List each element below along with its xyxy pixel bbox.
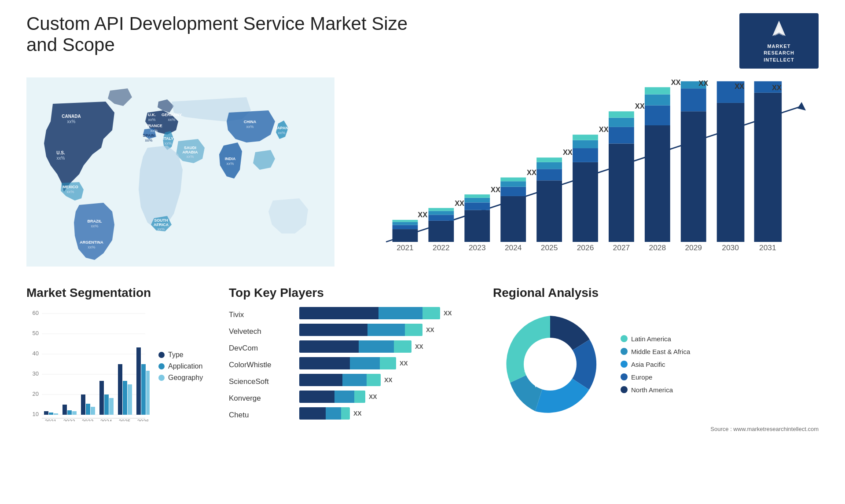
svg-text:GERMANY: GERMANY bbox=[162, 113, 182, 117]
source-text: Source : www.marketresearchintellect.com bbox=[493, 426, 819, 432]
svg-rect-81 bbox=[645, 95, 670, 106]
svg-text:2029: 2029 bbox=[685, 243, 702, 252]
header: Custom API Development Service Market Si… bbox=[26, 13, 819, 69]
svg-rect-115 bbox=[67, 410, 72, 415]
svg-rect-64 bbox=[536, 157, 562, 162]
player-name-4: ScienceSoft bbox=[229, 377, 286, 386]
player-bar-chetu: XX bbox=[299, 407, 475, 420]
svg-text:XX: XX bbox=[635, 102, 645, 110]
svg-text:ITALY: ITALY bbox=[163, 136, 174, 141]
svg-rect-52 bbox=[464, 194, 490, 198]
svg-text:U.S.: U.S. bbox=[56, 150, 65, 155]
player-name-1: Velvetech bbox=[229, 327, 286, 336]
players-section: Top Key Players Tivix Velvetech DevCom C… bbox=[229, 286, 475, 432]
players-list: Tivix Velvetech DevCom ColorWhistle Scie… bbox=[229, 307, 475, 420]
svg-rect-116 bbox=[72, 411, 77, 415]
svg-rect-69 bbox=[573, 140, 598, 148]
svg-rect-38 bbox=[393, 225, 418, 230]
svg-rect-128 bbox=[146, 371, 150, 415]
svg-rect-46 bbox=[428, 208, 454, 211]
svg-text:SPAIN: SPAIN bbox=[143, 133, 155, 138]
svg-text:2023: 2023 bbox=[82, 419, 94, 421]
svg-text:2025: 2025 bbox=[119, 419, 131, 421]
legend-item-type: Type bbox=[158, 351, 203, 359]
svg-rect-82 bbox=[645, 87, 670, 94]
svg-text:XX: XX bbox=[599, 126, 609, 134]
svg-text:xx%: xx% bbox=[145, 138, 152, 142]
svg-rect-114 bbox=[62, 405, 67, 415]
segmentation-legend: Type Application Geography bbox=[158, 351, 203, 382]
svg-rect-67 bbox=[573, 162, 598, 242]
svg-text:40: 40 bbox=[33, 350, 39, 357]
segmentation-section: Market Segmentation 60 50 40 30 20 10 bbox=[26, 286, 211, 432]
svg-text:XX: XX bbox=[563, 149, 573, 157]
svg-rect-118 bbox=[86, 404, 90, 415]
svg-rect-76 bbox=[609, 111, 634, 117]
svg-rect-62 bbox=[536, 169, 562, 180]
svg-text:2024: 2024 bbox=[505, 243, 522, 252]
svg-rect-50 bbox=[464, 203, 490, 210]
player-names: Tivix Velvetech DevCom ColorWhistle Scie… bbox=[229, 307, 286, 420]
player-bar-devcom: XX bbox=[299, 340, 475, 353]
bar-chart-svg: 2021 XX 2022 XX 2023 XX bbox=[352, 77, 819, 267]
svg-rect-56 bbox=[500, 187, 526, 196]
svg-text:xx%: xx% bbox=[88, 245, 95, 249]
svg-text:xx%: xx% bbox=[278, 131, 285, 135]
page-title: Custom API Development Service Market Si… bbox=[26, 13, 422, 55]
legend-latin-america: Latin America bbox=[621, 335, 690, 343]
legend-europe: Europe bbox=[621, 373, 690, 381]
page-wrapper: Custom API Development Service Market Si… bbox=[0, 0, 845, 504]
svg-rect-79 bbox=[645, 125, 670, 242]
svg-text:CANADA: CANADA bbox=[62, 114, 81, 119]
world-map-container: CANADA xx% U.S. xx% MEXICO xx% BRAZIL xx… bbox=[26, 77, 334, 267]
svg-rect-44 bbox=[428, 215, 454, 220]
svg-text:2023: 2023 bbox=[469, 243, 486, 252]
player-name-6: Chetu bbox=[229, 411, 286, 420]
svg-rect-89 bbox=[717, 103, 745, 242]
svg-rect-74 bbox=[609, 127, 634, 144]
svg-rect-80 bbox=[645, 106, 670, 125]
svg-rect-55 bbox=[500, 196, 526, 242]
svg-text:xx%: xx% bbox=[157, 227, 165, 231]
logo-area: MARKET RESEARCH INTELLECT bbox=[739, 13, 819, 69]
player-bar-tivix: XX bbox=[299, 307, 475, 319]
svg-text:U.K.: U.K. bbox=[148, 113, 156, 117]
player-bar-sciencesoft: XX bbox=[299, 374, 475, 386]
svg-text:SAUDI: SAUDI bbox=[184, 146, 196, 150]
donut-legend: Latin America Middle East & Africa Asia … bbox=[621, 335, 690, 394]
svg-text:xx%: xx% bbox=[91, 224, 98, 228]
svg-text:ARGENTINA: ARGENTINA bbox=[80, 240, 103, 245]
svg-text:30: 30 bbox=[33, 370, 39, 377]
bar-chart-section: 2021 XX 2022 XX 2023 XX bbox=[352, 77, 819, 268]
svg-text:XX: XX bbox=[455, 199, 464, 207]
legend-north-america: North America bbox=[621, 386, 690, 394]
svg-rect-120 bbox=[99, 381, 104, 415]
svg-rect-127 bbox=[141, 364, 146, 415]
legend-middle-east-africa: Middle East & Africa bbox=[621, 348, 690, 355]
player-name-5: Konverge bbox=[229, 394, 286, 403]
player-bars-area: XX XX bbox=[299, 307, 475, 420]
svg-text:xx%: xx% bbox=[186, 154, 194, 159]
segmentation-chart: 60 50 40 30 20 10 bbox=[26, 307, 150, 421]
svg-text:MEXICO: MEXICO bbox=[62, 185, 78, 189]
donut-area: Latin America Middle East & Africa Asia … bbox=[493, 307, 819, 421]
svg-text:XX: XX bbox=[491, 186, 500, 194]
svg-text:2031: 2031 bbox=[759, 243, 776, 252]
svg-text:2025: 2025 bbox=[541, 243, 558, 252]
svg-rect-37 bbox=[393, 229, 418, 242]
svg-text:xx%: xx% bbox=[148, 117, 155, 122]
svg-rect-49 bbox=[464, 210, 490, 242]
svg-text:BRAZIL: BRAZIL bbox=[88, 219, 102, 223]
svg-rect-121 bbox=[104, 394, 109, 415]
svg-text:xx%: xx% bbox=[226, 161, 234, 166]
svg-rect-68 bbox=[573, 148, 598, 162]
svg-rect-43 bbox=[428, 221, 454, 242]
logo-text: MARKET RESEARCH INTELLECT bbox=[764, 43, 794, 63]
player-name-0: Tivix bbox=[229, 310, 286, 319]
svg-text:xx%: xx% bbox=[57, 156, 65, 161]
svg-rect-86 bbox=[681, 88, 706, 111]
svg-text:2027: 2027 bbox=[613, 243, 630, 252]
svg-text:XX: XX bbox=[671, 78, 681, 86]
segmentation-title: Market Segmentation bbox=[26, 286, 211, 300]
players-title: Top Key Players bbox=[229, 286, 475, 300]
